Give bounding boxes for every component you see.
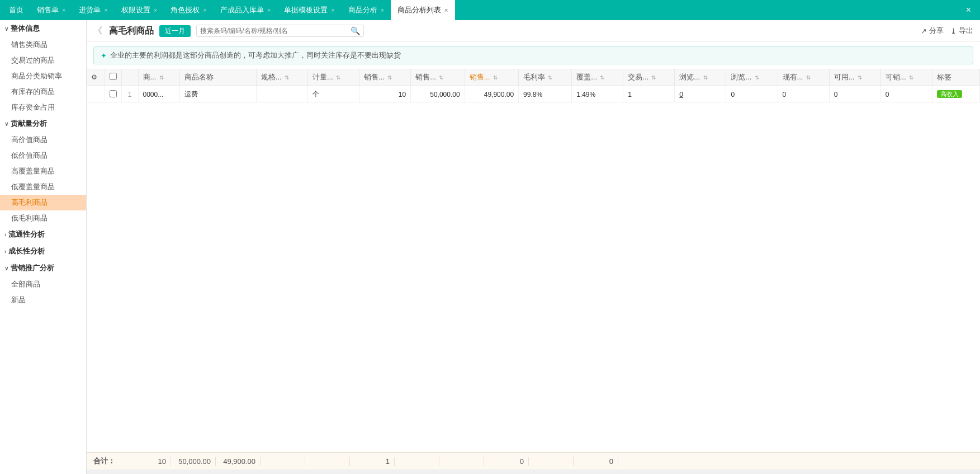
sort-icon[interactable]: ⇅	[548, 74, 552, 81]
export-icon: ⤓	[950, 27, 957, 35]
cell-views1[interactable]: 0	[675, 86, 726, 103]
main-layout: ∨ 整体信息 销售类商品 交易过的商品 商品分类助销率 有库存的商品 库存资金占…	[0, 20, 980, 474]
cell-settings	[87, 86, 105, 103]
chevron-right-icon: ›	[4, 248, 6, 255]
sidebar-item-sales-products[interactable]: 销售类商品	[0, 37, 86, 53]
export-button[interactable]: ⤓ 导出	[950, 26, 973, 36]
cell-checkbox[interactable]	[105, 86, 121, 103]
tab-product-storage[interactable]: 产成品入库单 ×	[214, 0, 277, 20]
search-input[interactable]	[200, 27, 351, 35]
search-icon[interactable]: 🔍	[351, 26, 360, 35]
cell-num: 1	[121, 86, 138, 103]
sidebar-group-overall[interactable]: ∨ 整体信息	[0, 20, 86, 37]
period-button[interactable]: 近一月	[159, 25, 191, 37]
table-footer: 合计： 10 50,000.00 49,900.00 1 0 0	[87, 452, 980, 470]
sidebar-item-all-products[interactable]: 全部商品	[0, 276, 86, 292]
table-row: 1 0000... 运费 个 10 50,000.00 49,900.00 99…	[87, 86, 980, 103]
tab-purchase-order[interactable]: 进货单 ×	[72, 0, 114, 20]
col-available-stock: 可用... ⇅	[829, 69, 880, 86]
sidebar-collapse-button[interactable]: 《	[93, 25, 102, 37]
sort-icon[interactable]: ⇅	[387, 74, 392, 81]
tab-product-analysis[interactable]: 商品分析 ×	[342, 0, 391, 20]
close-icon[interactable]: ×	[62, 7, 65, 13]
footer-sales-amount: 50,000.00	[171, 457, 216, 466]
col-transactions: 交易... ⇅	[623, 69, 675, 86]
tab-home[interactable]: 首页	[2, 0, 30, 20]
table-container[interactable]: ⚙ 商... ⇅ 商品名称 规格... ⇅	[87, 69, 980, 452]
sort-icon[interactable]: ⇅	[336, 74, 340, 81]
cell-available-stock: 0	[829, 86, 880, 103]
window-close-button[interactable]: ×	[959, 5, 978, 15]
cell-coverage: 1.49%	[572, 86, 623, 103]
close-icon[interactable]: ×	[104, 7, 107, 13]
close-icon[interactable]: ×	[381, 7, 384, 13]
col-tag: 标签	[932, 69, 979, 86]
sort-icon[interactable]: ⇅	[285, 74, 289, 81]
sort-icon[interactable]: ⇅	[703, 74, 708, 81]
sort-icon[interactable]: ⇅	[493, 74, 498, 81]
row-checkbox[interactable]	[110, 90, 117, 97]
top-nav: 首页 销售单 × 进货单 × 权限设置 × 角色授权 × 产成品入库单 × 单据…	[0, 0, 980, 20]
sidebar-item-low-value[interactable]: 低价值商品	[0, 148, 86, 163]
close-icon[interactable]: ×	[154, 7, 157, 13]
col-sales-qty: 销售... ⇅	[359, 69, 411, 86]
select-all-checkbox[interactable]	[110, 73, 117, 80]
sidebar-item-new-products[interactable]: 新品	[0, 292, 86, 308]
horizontal-scrollbar[interactable]	[87, 470, 980, 474]
tab-role-auth[interactable]: 角色授权 ×	[164, 0, 213, 20]
sidebar-group-marketing[interactable]: ∨ 营销推广分析	[0, 260, 86, 276]
close-icon[interactable]: ×	[203, 7, 206, 13]
sort-icon[interactable]: ⇅	[600, 74, 604, 81]
sidebar-item-traded-products[interactable]: 交易过的商品	[0, 53, 86, 68]
chevron-down-icon: ∨	[4, 265, 8, 271]
footer-current-stock: 0	[484, 457, 529, 466]
close-icon[interactable]: ×	[267, 7, 271, 13]
sidebar-group-liquidity[interactable]: › 流通性分析	[0, 226, 86, 243]
sort-icon[interactable]: ⇅	[651, 74, 656, 81]
tab-sales-order[interactable]: 销售单 ×	[30, 0, 72, 20]
col-settings[interactable]: ⚙	[87, 69, 105, 86]
sidebar-item-in-stock[interactable]: 有库存的商品	[0, 84, 86, 100]
col-sales-profit: 销售... ⇅	[465, 69, 518, 86]
chevron-down-icon: ∨	[4, 121, 8, 127]
sidebar-item-high-value[interactable]: 高价值商品	[0, 132, 86, 148]
sidebar-item-high-margin[interactable]: 高毛利商品	[0, 195, 86, 210]
sidebar-item-high-coverage[interactable]: 高覆盖量商品	[0, 163, 86, 179]
sidebar-group-growth[interactable]: › 成长性分析	[0, 243, 86, 260]
cell-sales-qty: 10	[359, 86, 411, 103]
cell-unit: 个	[307, 86, 359, 103]
col-sales-amount: 销售... ⇅	[411, 69, 465, 86]
col-spec: 规格... ⇅	[256, 69, 307, 86]
sidebar-item-low-coverage[interactable]: 低覆盖量商品	[0, 179, 86, 195]
footer-blank5	[529, 457, 574, 466]
cell-spec	[256, 86, 307, 103]
cell-current-stock: 0	[778, 86, 829, 103]
sort-icon[interactable]: ⇅	[159, 74, 164, 81]
sort-icon[interactable]: ⇅	[755, 74, 759, 81]
cell-name: 运费	[179, 86, 256, 103]
col-views1: 浏览... ⇅	[675, 69, 726, 86]
sidebar-item-stock-capital[interactable]: 库存资金占用	[0, 100, 86, 115]
col-coverage: 覆盖... ⇅	[572, 69, 623, 86]
tab-permissions[interactable]: 权限设置 ×	[115, 0, 164, 20]
cell-sales-amount: 50,000.00	[411, 86, 465, 103]
sort-icon[interactable]: ⇅	[806, 74, 811, 81]
footer-sellable: 0	[574, 457, 618, 466]
header-actions: ↗ 分享 ⤓ 导出	[921, 26, 973, 36]
sort-icon[interactable]: ⇅	[909, 74, 913, 81]
footer-values: 10 50,000.00 49,900.00 1 0 0	[126, 457, 618, 466]
footer-sales-profit: 49,900.00	[216, 457, 261, 466]
close-icon[interactable]: ×	[444, 7, 448, 13]
tab-product-analysis-list[interactable]: 商品分析列表 ×	[391, 0, 455, 20]
col-checkbox[interactable]	[105, 69, 121, 86]
sort-icon[interactable]: ⇅	[439, 74, 443, 81]
close-icon[interactable]: ×	[331, 7, 334, 13]
sidebar-item-category-rate[interactable]: 商品分类助销率	[0, 68, 86, 84]
sort-icon[interactable]: ⇅	[858, 74, 862, 81]
share-button[interactable]: ↗ 分享	[921, 26, 944, 36]
cell-code: 0000...	[138, 86, 179, 103]
tab-template-settings[interactable]: 单据模板设置 ×	[277, 0, 341, 20]
sidebar-group-contribution[interactable]: ∨ 贡献量分析	[0, 115, 86, 132]
sidebar-item-low-margin[interactable]: 低毛利商品	[0, 210, 86, 226]
col-current-stock: 现有... ⇅	[778, 69, 829, 86]
